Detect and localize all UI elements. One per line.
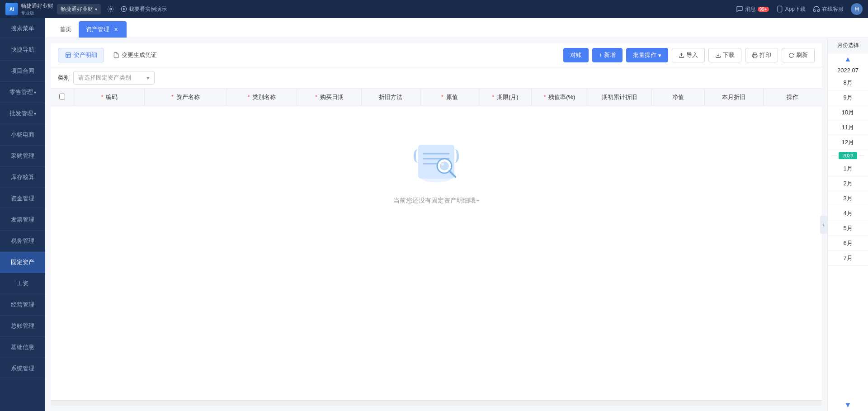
sidebar-item-purchase-mgmt[interactable]: 采购管理	[0, 146, 45, 167]
sidebar-item-label: 总账管理	[4, 322, 42, 330]
month-item-9[interactable]: 9月	[828, 90, 868, 105]
add-button[interactable]: + 新增	[592, 48, 623, 62]
refresh-button[interactable]: 刷新	[782, 48, 815, 62]
col-checkbox	[51, 89, 74, 106]
sidebar-item-label: 基础信息	[4, 343, 42, 351]
batch-operation-button[interactable]: 批量操作 ▾	[626, 48, 668, 62]
company-selector-text: 畅捷通好业财	[61, 5, 93, 13]
sidebar-item-label: 工资	[4, 279, 42, 288]
import-button[interactable]: 导入	[672, 48, 705, 62]
sidebar-item-label: 库存核算	[4, 173, 42, 181]
month-item-3[interactable]: 3月	[828, 191, 868, 206]
month-item-12[interactable]: 12月	[828, 135, 868, 150]
sidebar-item-search[interactable]: 搜索菜单	[0, 18, 45, 39]
sub-tab-asset-detail[interactable]: 资产明细	[58, 48, 104, 62]
batch-dropdown-icon: ▾	[658, 52, 661, 59]
page-content: 资产明细 变更生成凭证 对账	[45, 38, 868, 411]
company-selector[interactable]: 畅捷通好业财 ▾	[57, 4, 101, 14]
month-item-1[interactable]: 1月	[828, 161, 868, 176]
sidebar-item-basic-info[interactable]: 基础信息	[0, 337, 45, 358]
chevron-icon: ▾	[34, 90, 36, 95]
online-service-label: 在线客服	[822, 5, 844, 13]
brand-name: 畅捷通好业财	[21, 2, 53, 10]
month-item-11[interactable]: 11月	[828, 120, 868, 135]
sidebar-item-label: 经营管理	[4, 301, 42, 309]
settings-button[interactable]	[104, 3, 117, 15]
sub-tab-bar: 资产明细 变更生成凭证 对账	[51, 43, 822, 67]
sidebar-item-capital-mgmt[interactable]: 资金管理	[0, 188, 45, 209]
sidebar-item-label: 发票管理	[4, 216, 42, 224]
sub-tab-change-voucher[interactable]: 变更生成凭证	[106, 48, 164, 62]
doc-icon	[113, 52, 120, 59]
month-nav-down[interactable]: ▼	[828, 399, 868, 411]
sidebar-item-general-ledger[interactable]: 总账管理	[0, 316, 45, 337]
message-badge: 99+	[758, 7, 769, 12]
category-select-placeholder: 请选择固定资产类别	[78, 74, 131, 82]
col-value: * 原值	[420, 89, 479, 106]
panel-toggle-button[interactable]: ›	[820, 216, 827, 234]
table-header-row: * 编码 * 资产名称 * 类别名称	[51, 89, 822, 106]
asset-table: * 编码 * 资产名称 * 类别名称	[51, 89, 822, 106]
month-item-2[interactable]: 2月	[828, 176, 868, 191]
demo-link[interactable]: 我要看实例演示	[121, 5, 167, 13]
month-nav-up[interactable]: ▲	[828, 53, 868, 65]
svg-rect-11	[753, 56, 756, 57]
month-item-6[interactable]: 6月	[828, 236, 868, 251]
sidebar-item-fixed-assets[interactable]: 固定资产	[0, 252, 45, 273]
sidebar-item-ecommerce[interactable]: 小畅电商	[0, 124, 45, 146]
sidebar-item-inventory[interactable]: 库存核算	[0, 167, 45, 188]
sidebar-item-label: 资金管理	[4, 194, 42, 203]
print-button[interactable]: 打印	[745, 48, 778, 62]
sidebar-item-label: 采购管理	[4, 152, 42, 160]
app-download-button[interactable]: App下载	[776, 5, 806, 13]
download-button[interactable]: 下载	[708, 48, 741, 62]
filter-bar: 类别 请选择固定资产类别 ▾	[51, 67, 822, 89]
category-select[interactable]: 请选择固定资产类别 ▾	[73, 71, 155, 85]
month-item-10[interactable]: 10月	[828, 105, 868, 120]
sidebar-item-system-mgmt[interactable]: 系统管理	[0, 358, 45, 379]
empty-text: 当前您还没有固定资产明细哦~	[393, 197, 479, 205]
col-date: * 购买日期	[297, 89, 362, 106]
sub-tab-asset-detail-label: 资产明细	[74, 51, 97, 59]
month-item-4[interactable]: 4月	[828, 206, 868, 221]
tab-home-label: 首页	[60, 25, 71, 33]
message-button[interactable]: 消息 99+	[736, 5, 769, 13]
chevron-left-icon: ›	[823, 222, 825, 228]
sidebar-item-operations-mgmt[interactable]: 经营管理	[0, 294, 45, 316]
sidebar-item-label: 系统管理	[4, 364, 42, 373]
online-service-button[interactable]: 在线客服	[813, 5, 844, 13]
month-item-7[interactable]: 7月	[828, 251, 868, 266]
col-residual: * 残值率(%)	[532, 89, 587, 106]
top-bar-right: 消息 99+ App下载 在线客服 用	[736, 3, 863, 15]
month-list: 8月 9月 10月 11月 12月 2023 1月 2月 3月	[828, 76, 868, 399]
svg-point-0	[110, 8, 112, 10]
content-area: 首页 资产管理 ✕	[45, 18, 868, 411]
sidebar-item-label: 项目合同	[4, 67, 42, 75]
select-all-checkbox[interactable]	[59, 94, 65, 99]
reconcile-button[interactable]: 对账	[563, 48, 589, 62]
bottom-scrollbar[interactable]	[51, 400, 822, 406]
download-icon	[715, 52, 721, 58]
sidebar-item-salary[interactable]: 工资	[0, 273, 45, 294]
col-code: * 编码	[74, 89, 145, 106]
sidebar-item-wholesale-mgmt[interactable]: 批发管理 ▾	[0, 103, 45, 124]
empty-state: 当前您还没有固定资产明细哦~	[51, 106, 822, 232]
sidebar-item-project-contract[interactable]: 项目合同	[0, 61, 45, 82]
empty-illustration	[409, 133, 463, 188]
sidebar-item-tax-mgmt[interactable]: 税务管理	[0, 231, 45, 252]
tab-home[interactable]: 首页	[52, 21, 79, 38]
tab-close-icon[interactable]: ✕	[112, 26, 119, 33]
month-item-5[interactable]: 5月	[828, 221, 868, 236]
sidebar-item-label: 批发管理	[9, 109, 33, 118]
top-bar-left: Ai 畅捷通好业财 专业版 畅捷通好业财 ▾ 我要看实例演示	[5, 2, 736, 16]
sidebar-item-invoice-mgmt[interactable]: 发票管理	[0, 209, 45, 231]
month-item-8[interactable]: 8月	[828, 76, 868, 90]
sidebar-item-retail-mgmt[interactable]: 零售管理 ▾	[0, 82, 45, 103]
user-avatar[interactable]: 用	[851, 3, 863, 15]
sidebar-item-quick-nav[interactable]: 快捷导航	[0, 39, 45, 61]
sidebar-item-label: 固定资产	[4, 258, 42, 266]
tab-asset-mgmt[interactable]: 资产管理 ✕	[79, 21, 127, 38]
col-category: * 类别名称	[226, 89, 297, 106]
svg-point-18	[440, 161, 449, 170]
import-icon	[679, 52, 684, 58]
